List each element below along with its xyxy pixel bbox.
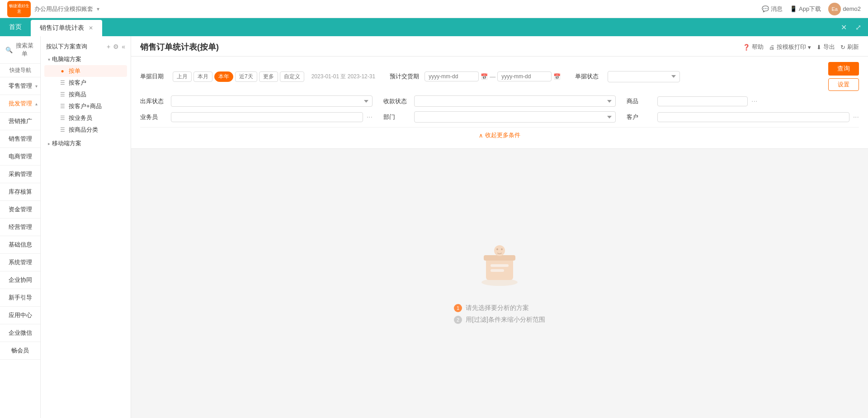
sidebar-item-system[interactable]: 系统管理 [0, 254, 40, 271]
date-btn-7days[interactable]: 近7天 [235, 71, 257, 82]
logo: 畅捷通好生意 [7, 1, 31, 17]
settings-scheme-icon[interactable]: ⚙ [113, 43, 119, 50]
settings-button[interactable]: 设置 [828, 78, 859, 91]
sidebar-item-appcenter[interactable]: 应用中心 [0, 307, 40, 324]
empty-step-2: 2 用[过滤]条件来缩小分析范围 [454, 316, 545, 324]
topbar: 畅捷通好生意 办公用品行业模拟账套 ▾ 💬 消息 📱 App下载 Ea demo… [0, 0, 868, 18]
tab-sales-order-stats[interactable]: 销售订单统计表 ✕ [31, 20, 102, 36]
tree-item-by-salesperson[interactable]: ☰ 按业务员 [44, 112, 127, 124]
date-range-text: 2023-01-01 至 2023-12-31 [311, 73, 375, 81]
refresh-btn[interactable]: ↻ 刷新 [840, 43, 859, 51]
topbar-left: 畅捷通好生意 办公用品行业模拟账套 ▾ [7, 1, 99, 17]
sidebar-item-newbie[interactable]: 新手引导 [0, 289, 40, 307]
help-btn[interactable]: ❓ 帮助 [743, 43, 764, 51]
export-btn[interactable]: ⬇ 导出 [816, 43, 835, 51]
scheme-tree: ▾ 电脑端方案 ● 按单 ☰ 按客户 ☰ 按商品 ☰ 按客户+商品 ☰ 按业务员 [41, 53, 131, 149]
sidebar-item-retail[interactable]: 零售管理 ▾ [0, 77, 40, 95]
date-btn-last-month[interactable]: 上月 [173, 71, 192, 82]
salesperson-more-icon[interactable]: ··· [367, 113, 373, 121]
sidebar-item-operations[interactable]: 经营管理 [0, 218, 40, 236]
customer-input[interactable] [657, 112, 849, 122]
sidebar-item-cooperation[interactable]: 企业协同 [0, 271, 40, 289]
ship-status-select[interactable] [171, 95, 373, 107]
payment-status-label: 收款状态 [383, 97, 410, 105]
tree-item-by-customer[interactable]: ☰ 按客户 [44, 77, 127, 89]
sidebar-item-purchase[interactable]: 采购管理 [0, 166, 40, 183]
product-input[interactable] [657, 96, 748, 106]
print-btn[interactable]: 🖨 按模板打印 ▾ [769, 43, 811, 51]
date-btn-custom[interactable]: 自定义 [280, 71, 304, 82]
main-layout: 🔍 搜索菜单 快捷导航 零售管理 ▾ 批发管理 ▴ 营销推广 销售管理 电商管理… [0, 36, 868, 418]
date-btn-this-month[interactable]: 本月 [193, 71, 212, 82]
collapse-more-conditions-btn[interactable]: ∧ 收起更多条件 [140, 127, 859, 143]
tree-item-by-cust-prod[interactable]: ☰ 按客户+商品 [44, 100, 127, 112]
date-buttons: 上月 本月 本年 近7天 更多 自定义 [173, 71, 304, 82]
query-button[interactable]: 查询 [828, 62, 859, 76]
tree-item-by-product-cat[interactable]: ☰ 按商品分类 [44, 124, 127, 136]
product-more-icon[interactable]: ··· [751, 97, 757, 105]
department-select[interactable] [414, 111, 616, 123]
customer-more-icon[interactable]: ··· [853, 113, 859, 121]
sidebar-item-member[interactable]: 畅会员 [0, 342, 40, 360]
scheme-icon: ☰ [59, 114, 66, 122]
svg-rect-4 [491, 269, 504, 272]
sidebar-item-finance[interactable]: 资金管理 [0, 201, 40, 218]
tree-item-by-product[interactable]: ☰ 按商品 [44, 89, 127, 100]
date-btn-this-year[interactable]: 本年 [214, 71, 233, 82]
step1-num: 1 [454, 304, 462, 312]
topbar-right: 💬 消息 📱 App下载 Ea demo2 [762, 3, 861, 15]
sidebar-item-basic[interactable]: 基础信息 [0, 236, 40, 254]
sidebar-item-ecommerce[interactable]: 电商管理 [0, 148, 40, 166]
message-btn[interactable]: 💬 消息 [762, 5, 783, 13]
page-title: 销售订单统计表(按单) [140, 42, 219, 52]
tab-close-icon[interactable]: ✕ [89, 25, 93, 31]
svg-point-6 [496, 248, 498, 250]
expected-date-label: 预计交货期 [390, 72, 419, 81]
quick-nav-btn[interactable]: 快捷导航 [0, 64, 40, 77]
svg-rect-1 [486, 257, 513, 280]
cal-icon-end: 📅 [553, 73, 561, 80]
sidebar-item-sales[interactable]: 销售管理 [0, 130, 40, 148]
user-profile[interactable]: Ea demo2 [828, 3, 861, 15]
order-status-select-wrap [608, 71, 823, 82]
customer-filter: 客户 ··· [627, 112, 859, 122]
expected-date-inputs: 📅 — 📅 [425, 71, 561, 81]
chevron-up-icon: ▴ [35, 101, 38, 106]
expand-window-icon[interactable]: ⤢ [853, 22, 863, 33]
print-icon: 🖨 [769, 44, 775, 51]
app-title: 办公用品行业模拟账套 [34, 5, 93, 13]
filter-area: 单据日期 上月 本月 本年 近7天 更多 自定义 2023-01-01 至 20… [131, 57, 868, 149]
tab-home[interactable]: 首页 [0, 18, 31, 36]
department-label: 部门 [383, 113, 410, 121]
department-filter: 部门 [383, 111, 616, 123]
tree-desktop-parent[interactable]: ▾ 电脑端方案 [44, 53, 127, 65]
expected-date-start[interactable] [425, 71, 479, 81]
tree-item-by-order[interactable]: ● 按单 [44, 65, 127, 77]
download-icon: 📱 [790, 5, 797, 12]
app-download-btn[interactable]: 📱 App下载 [790, 5, 821, 13]
tree-mobile-parent[interactable]: ▸ 移动端方案 [44, 138, 127, 149]
sidebar-search-area: 🔍 搜索菜单 [0, 36, 40, 64]
search-menu-btn[interactable]: 🔍 搜索菜单 [4, 40, 37, 60]
filter-row-dates: 单据日期 上月 本月 本年 近7天 更多 自定义 2023-01-01 至 20… [140, 62, 859, 91]
date-btn-more[interactable]: 更多 [259, 71, 278, 82]
expected-date-end[interactable] [497, 71, 552, 81]
empty-state: 1 请先选择要分析的方案 2 用[过滤]条件来缩小分析范围 [131, 149, 868, 418]
empty-illustration [472, 239, 527, 295]
tree-collapse-icon: ▸ [48, 141, 50, 146]
order-status-label: 单据状态 [575, 72, 602, 81]
collapse-panel-icon[interactable]: « [122, 43, 125, 50]
sidebar-item-wholesale[interactable]: 批发管理 ▴ [0, 95, 40, 113]
salesperson-input[interactable] [171, 112, 363, 122]
panel-header-icons: + ⚙ « [107, 43, 125, 50]
sidebar-item-wechat[interactable]: 企业微信 [0, 324, 40, 342]
sidebar-item-marketing[interactable]: 营销推广 [0, 113, 40, 130]
add-scheme-icon[interactable]: + [107, 43, 110, 50]
payment-status-select[interactable] [414, 95, 616, 107]
sidebar-item-inventory[interactable]: 库存核算 [0, 183, 40, 201]
order-status-select[interactable] [608, 71, 680, 82]
scheme-icon: ● [59, 67, 66, 75]
search-icon: 🔍 [5, 47, 13, 53]
close-window-icon[interactable]: ✕ [838, 22, 849, 33]
app-title-dropdown[interactable]: ▾ [97, 6, 99, 12]
